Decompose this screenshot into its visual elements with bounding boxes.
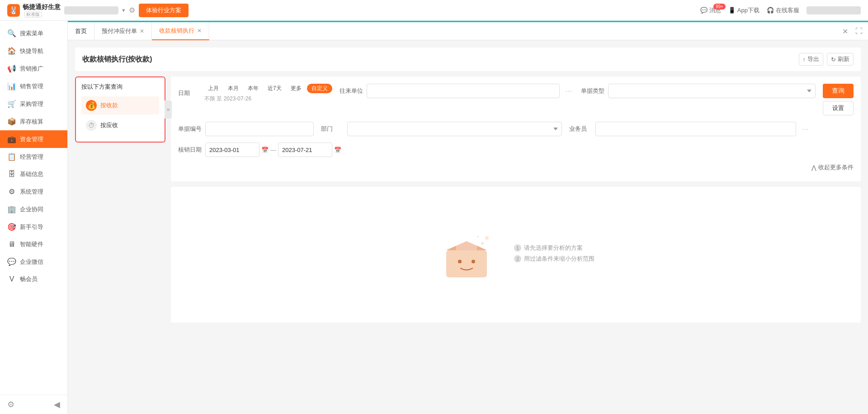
sidebar-label-search: 搜索菜单 <box>20 29 43 38</box>
tab-prepay[interactable]: 预付冲应付单 ✕ <box>94 22 152 40</box>
counterparty-more-icon[interactable]: ··· <box>563 86 574 96</box>
sidebar-item-system[interactable]: ⚙ 系统管理 <box>0 183 67 200</box>
tab-prepay-close[interactable]: ✕ <box>140 28 144 34</box>
tab-prepay-label: 预付冲应付单 <box>102 27 137 35</box>
sidebar-item-quick-nav[interactable]: 🏠 快捷导航 <box>0 42 67 60</box>
sidebar-item-finance[interactable]: 💼 资金管理 <box>0 130 67 148</box>
tab-receipt[interactable]: 收款核销执行 ✕ <box>152 22 209 40</box>
sidebar-settings-icon[interactable]: ⚙ <box>7 400 14 409</box>
filter-receivable-label: 按应收 <box>100 121 118 129</box>
dept-field: 部门 <box>321 122 562 136</box>
sidebar-item-purchase[interactable]: 🛒 采购管理 <box>0 95 67 113</box>
verify-date-label: 核销日期 <box>178 146 202 154</box>
filter-panel: 按以下方案查询 💰 按收款 ⏱ 按应收 » <box>75 76 165 323</box>
doc-no-field: 单据编号 <box>178 122 314 136</box>
sidebar-nav: 🔍 搜索菜单 🏠 快捷导航 📢 营销推广 📊 销售管理 🛒 采购管理 📦 <box>0 21 67 291</box>
form-settings-button[interactable]: 设置 <box>823 101 854 115</box>
settings-icon[interactable]: ⚙ <box>129 6 135 14</box>
empty-tip-1-text: 请先选择要分析的方案 <box>524 244 583 252</box>
sidebar-item-search[interactable]: 🔍 搜索菜单 <box>0 24 67 42</box>
operations-icon: 📋 <box>7 152 16 161</box>
refresh-label: 刷新 <box>838 55 849 63</box>
date-btn-this-year[interactable]: 本年 <box>244 84 262 93</box>
collapse-chevron-icon: ⋀ <box>811 164 816 171</box>
sidebar-item-hardware[interactable]: 🖥 智能硬件 <box>0 236 67 253</box>
sidebar-label-wechat: 企业微信 <box>20 258 43 266</box>
date-btn-7days[interactable]: 近7天 <box>264 84 285 93</box>
svg-point-5 <box>477 236 479 238</box>
purchase-icon: 🛒 <box>7 100 16 108</box>
sidebar-item-wechat[interactable]: 💬 企业微信 <box>0 253 67 271</box>
refresh-button[interactable]: ↻ 刷新 <box>827 53 854 66</box>
form-actions: 查询 设置 <box>823 84 854 115</box>
verify-date-end[interactable] <box>278 143 332 157</box>
sidebar-label-base-info: 基础信息 <box>20 170 43 178</box>
verify-date-start[interactable] <box>205 143 259 157</box>
sidebar-label-operations: 经营管理 <box>20 153 43 161</box>
filter-box: 按以下方案查询 💰 按收款 ⏱ 按应收 » <box>75 76 165 143</box>
staff-field: 业务员 ··· <box>569 122 810 136</box>
query-button[interactable]: 查询 <box>823 84 854 98</box>
sidebar-label-finance: 资金管理 <box>20 135 43 143</box>
online-service-item[interactable]: 🎧 在线客服 <box>767 6 799 14</box>
sidebar-item-operations[interactable]: 📋 经营管理 <box>0 148 67 166</box>
date-btn-this-month[interactable]: 本月 <box>224 84 242 93</box>
tab-close-icon[interactable]: ✕ <box>840 25 850 38</box>
inventory-icon: 📦 <box>7 117 16 126</box>
doc-no-input[interactable] <box>205 122 314 136</box>
counterparty-label: 往来单位 <box>340 87 363 95</box>
sidebar-label-sales: 销售管理 <box>20 82 43 90</box>
sidebar-item-inventory[interactable]: 📦 库存核算 <box>0 113 67 130</box>
member-icon: V <box>7 275 16 283</box>
sidebar-bottom: ⚙ ◀ <box>0 395 67 414</box>
sidebar-label-enterprise: 企业协同 <box>20 205 43 214</box>
filter-item-by-receipt[interactable]: 💰 按收款 <box>81 96 159 114</box>
tab-home[interactable]: 首页 <box>68 22 94 40</box>
sidebar-label-inventory: 库存核算 <box>20 118 43 126</box>
staff-more-icon[interactable]: ··· <box>800 124 810 134</box>
cal-end-icon[interactable]: 📅 <box>334 147 341 153</box>
doc-type-select[interactable] <box>608 84 816 98</box>
sidebar-item-enterprise[interactable]: 🏢 企业协同 <box>0 200 67 218</box>
date-btn-custom[interactable]: 自定义 <box>307 84 332 93</box>
search-result-panel: 日期 上月 本月 本年 近7天 更多 自定义 <box>171 76 861 323</box>
staff-input[interactable] <box>595 122 796 136</box>
content-area: 按以下方案查询 💰 按收款 ⏱ 按应收 » <box>75 76 861 323</box>
tabbar: 首页 预付冲应付单 ✕ 收款核销执行 ✕ ✕ ⛶ <box>68 22 868 40</box>
date-shortcuts: 上月 本月 本年 近7天 更多 自定义 <box>204 84 332 93</box>
tab-receipt-close[interactable]: ✕ <box>197 28 202 34</box>
counterparty-input[interactable] <box>367 84 560 98</box>
staff-label: 业务员 <box>569 125 592 133</box>
collapse-more-row[interactable]: ⋀ 收起更多条件 <box>178 161 854 174</box>
guide-icon: 🎯 <box>7 223 16 231</box>
sidebar-item-guide[interactable]: 🎯 新手引导 <box>0 218 67 236</box>
empty-tips: 1 请先选择要分析的方案 2 用过滤条件来缩小分析范围 <box>514 244 594 266</box>
sidebar-item-base-info[interactable]: 🗄 基础信息 <box>0 166 67 183</box>
search-icon: 🔍 <box>7 29 16 38</box>
edition-badge: 标准版 <box>24 11 42 18</box>
doc-type-label: 单据类型 <box>581 87 604 95</box>
sidebar-collapse-icon[interactable]: ◀ <box>54 400 60 409</box>
home-icon: 🏠 <box>7 47 16 55</box>
sidebar-item-member[interactable]: V 畅会员 <box>0 271 67 288</box>
company-dropdown-icon[interactable]: ▾ <box>122 7 125 14</box>
sidebar-item-marketing[interactable]: 📢 营销推广 <box>0 60 67 77</box>
app-download-item[interactable]: 📱 App下载 <box>728 6 760 14</box>
message-item[interactable]: 💬 消息 99+ <box>700 6 721 14</box>
counterparty-field: 往来单位 ··· <box>340 84 574 98</box>
svg-point-3 <box>481 242 484 245</box>
cal-start-icon[interactable]: 📅 <box>261 147 269 153</box>
panel-collapse-button[interactable]: » <box>165 100 172 119</box>
dept-select[interactable] <box>347 122 562 136</box>
doc-type-field: 单据类型 <box>581 84 816 98</box>
filter-receipt-label: 按收款 <box>100 101 118 109</box>
export-icon: ↑ <box>803 56 806 63</box>
industry-solution-button[interactable]: 体验行业方案 <box>139 4 189 17</box>
filter-item-by-receivable[interactable]: ⏱ 按应收 <box>81 116 159 134</box>
message-icon: 💬 <box>700 7 708 14</box>
tab-expand-icon[interactable]: ⛶ <box>854 25 864 37</box>
date-btn-last-month[interactable]: 上月 <box>204 84 222 93</box>
export-button[interactable]: ↑ 导出 <box>799 53 824 66</box>
sidebar-item-sales[interactable]: 📊 销售管理 <box>0 77 67 95</box>
date-btn-more[interactable]: 更多 <box>287 84 305 93</box>
